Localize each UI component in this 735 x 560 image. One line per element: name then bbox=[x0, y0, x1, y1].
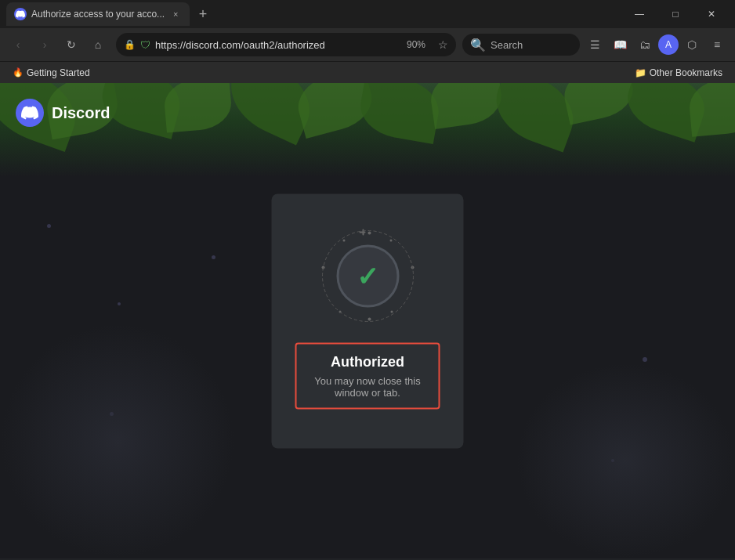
checkmark-container: ✓ bbox=[317, 225, 418, 327]
scatter-dot bbox=[643, 357, 647, 362]
other-bookmarks[interactable]: 📁 Other Bookmarks bbox=[628, 66, 729, 80]
other-bookmarks-label: Other Bookmarks bbox=[650, 67, 722, 78]
search-bar[interactable]: 🔍 Search bbox=[462, 34, 580, 56]
toolbar-icons: ☰ 📖 🗂 A ⬡ ≡ bbox=[583, 33, 729, 56]
back-button[interactable]: ‹ bbox=[6, 33, 30, 56]
bg-blob-left bbox=[0, 323, 235, 558]
home-button[interactable]: ⌂ bbox=[86, 33, 110, 56]
folder-icon: 📁 bbox=[635, 67, 646, 78]
reading-view-icon[interactable]: 📖 bbox=[608, 33, 632, 56]
more-options-icon[interactable]: ≡ bbox=[705, 33, 729, 56]
address-bar[interactable]: 🔒 🛡 https://discord.com/oauth2/authorize… bbox=[116, 33, 456, 56]
shield-icon: 🛡 bbox=[140, 39, 150, 51]
bookmarks-bar: 🔥 Getting Started 📁 Other Bookmarks bbox=[0, 61, 735, 83]
bg-blob-right bbox=[516, 363, 735, 558]
scatter-dot bbox=[47, 224, 51, 228]
refresh-button[interactable]: ↻ bbox=[60, 33, 83, 56]
active-tab[interactable]: Authorize access to your acco... × bbox=[6, 2, 190, 26]
security-lock-icon: 🔒 bbox=[124, 39, 136, 50]
discord-logo: Discord bbox=[16, 99, 110, 127]
search-icon: 🔍 bbox=[470, 38, 486, 52]
new-tab-button[interactable]: + bbox=[193, 4, 213, 24]
tab-title: Authorize access to your acco... bbox=[31, 9, 165, 20]
discord-wordmark: Discord bbox=[52, 104, 110, 122]
background-leaves bbox=[0, 83, 735, 177]
browser-window: Authorize access to your acco... × + — □… bbox=[0, 0, 735, 558]
bookmarks-list-icon[interactable]: ☰ bbox=[583, 33, 606, 56]
url-text: https://discord.com/oauth2/authorized bbox=[155, 39, 397, 51]
getting-started-bookmark[interactable]: 🔥 Getting Started bbox=[6, 66, 96, 80]
scatter-dot bbox=[118, 302, 121, 305]
collections-icon[interactable]: 🗂 bbox=[633, 33, 657, 56]
bookmark-star-icon[interactable]: ☆ bbox=[438, 38, 448, 51]
maximize-button[interactable]: □ bbox=[658, 2, 693, 26]
minimize-button[interactable]: — bbox=[622, 2, 657, 26]
discord-icon bbox=[16, 99, 44, 127]
search-text: Search bbox=[491, 39, 523, 51]
check-circle: ✓ bbox=[336, 244, 399, 307]
checkmark-icon: ✓ bbox=[357, 262, 378, 289]
profile-avatar[interactable]: A bbox=[658, 34, 679, 55]
extensions-icon[interactable]: ⬡ bbox=[680, 33, 704, 56]
bookmark-favicon-icon: 🔥 bbox=[13, 67, 24, 78]
tab-close-button[interactable]: × bbox=[169, 8, 182, 20]
window-controls: — □ ✕ bbox=[622, 2, 729, 26]
title-bar: Authorize access to your acco... × + — □… bbox=[0, 0, 735, 28]
navigation-bar: ‹ › ↻ ⌂ 🔒 🛡 https://discord.com/oauth2/a… bbox=[0, 28, 735, 61]
forward-button[interactable]: › bbox=[33, 33, 56, 56]
tab-favicon bbox=[14, 8, 27, 20]
bookmark-label: Getting Started bbox=[27, 67, 90, 78]
authorized-subtitle: You may now close this window or tab. bbox=[313, 374, 423, 398]
scatter-dot bbox=[212, 255, 215, 259]
authorized-title: Authorized bbox=[313, 353, 423, 370]
authorized-box: Authorized You may now close this window… bbox=[295, 342, 440, 409]
zoom-level[interactable]: 90% bbox=[402, 38, 430, 52]
close-button[interactable]: ✕ bbox=[694, 2, 729, 26]
page-content: Discord bbox=[0, 83, 735, 558]
auth-card: ✓ Authorized You may now close this wind… bbox=[272, 193, 464, 448]
